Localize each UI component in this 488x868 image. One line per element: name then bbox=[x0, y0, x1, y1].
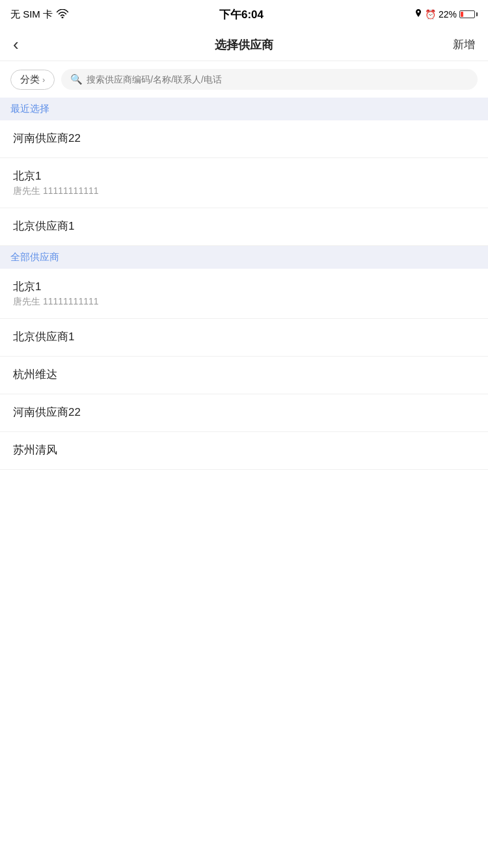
svg-point-0 bbox=[417, 10, 419, 12]
item-name: 北京1 bbox=[13, 279, 475, 294]
chevron-right-icon: › bbox=[42, 75, 45, 85]
alarm-icon: ⏰ bbox=[425, 9, 436, 20]
nav-bar: ‹ 选择供应商 新增 bbox=[0, 29, 488, 61]
wifi-icon bbox=[57, 9, 68, 20]
page-title: 选择供应商 bbox=[215, 37, 273, 53]
search-area: 分类 › 🔍 bbox=[0, 61, 488, 98]
search-input[interactable] bbox=[87, 74, 468, 85]
item-sub: 唐先生 11111111111 bbox=[13, 296, 475, 308]
item-name: 河南供应商22 bbox=[13, 405, 475, 420]
list-item[interactable]: 河南供应商22 bbox=[0, 120, 488, 158]
list-item[interactable]: 北京1唐先生 11111111111 bbox=[0, 158, 488, 208]
status-left: 无 SIM 卡 bbox=[10, 8, 68, 21]
list-item[interactable]: 北京供应商1 bbox=[0, 319, 488, 357]
search-box[interactable]: 🔍 bbox=[61, 69, 478, 90]
item-sub: 唐先生 11111111111 bbox=[13, 185, 475, 197]
list-item[interactable]: 杭州维达 bbox=[0, 357, 488, 394]
section-header-text-recent: 最近选择 bbox=[10, 103, 49, 114]
section-header-all: 全部供应商 bbox=[0, 246, 488, 269]
status-time: 下午6:04 bbox=[219, 7, 264, 22]
back-button[interactable]: ‹ bbox=[13, 34, 39, 55]
list-item[interactable]: 北京1唐先生 11111111111 bbox=[0, 269, 488, 319]
list-item[interactable]: 苏州清风 bbox=[0, 432, 488, 470]
item-name: 北京供应商1 bbox=[13, 329, 475, 344]
category-button[interactable]: 分类 › bbox=[10, 70, 55, 90]
new-supplier-button[interactable]: 新增 bbox=[449, 37, 475, 52]
battery-icon bbox=[459, 10, 478, 18]
item-name: 杭州维达 bbox=[13, 367, 475, 382]
item-name: 北京1 bbox=[13, 169, 475, 183]
no-sim-text: 无 SIM 卡 bbox=[10, 8, 53, 21]
battery-percent: 22% bbox=[439, 9, 457, 20]
item-name: 北京供应商1 bbox=[13, 219, 475, 234]
status-bar: 无 SIM 卡 下午6:04 ⏰ 22% bbox=[0, 0, 488, 29]
item-name: 苏州清风 bbox=[13, 442, 475, 457]
list-item[interactable]: 北京供应商1 bbox=[0, 208, 488, 246]
section-header-text-all: 全部供应商 bbox=[10, 251, 59, 262]
status-right: ⏰ 22% bbox=[414, 9, 478, 20]
list-item[interactable]: 河南供应商22 bbox=[0, 394, 488, 432]
search-icon: 🔍 bbox=[70, 74, 83, 85]
section-header-recent: 最近选择 bbox=[0, 98, 488, 120]
item-name: 河南供应商22 bbox=[13, 131, 475, 146]
sections-container: 最近选择河南供应商22北京1唐先生 11111111111北京供应商1全部供应商… bbox=[0, 98, 488, 470]
category-label: 分类 bbox=[20, 74, 40, 86]
location-icon bbox=[414, 9, 422, 20]
